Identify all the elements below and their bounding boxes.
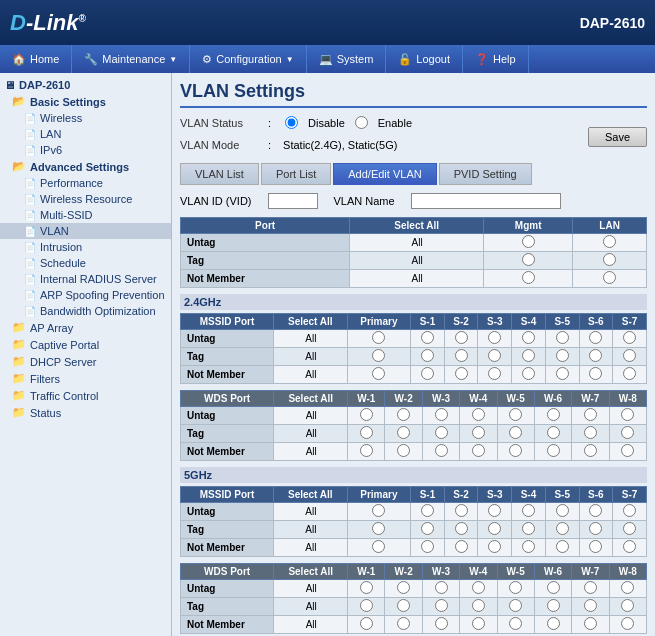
mssid24-radio-1-7[interactable] (613, 348, 647, 366)
sidebar-performance[interactable]: 📄 Performance (0, 175, 171, 191)
nav-maintenance[interactable]: 🔧 Maintenance ▼ (72, 45, 190, 73)
mssid24-radio-1-0[interactable] (347, 348, 410, 366)
vlan-status-disable-radio[interactable] (285, 116, 298, 129)
mssid24-radio-2-0[interactable] (347, 366, 410, 384)
sidebar-ap-array[interactable]: 📁 AP Array (0, 319, 171, 336)
mssid24-radio-0-6[interactable] (579, 330, 613, 348)
sidebar-status[interactable]: 📁 Status (0, 404, 171, 421)
tab-add-edit-vlan[interactable]: Add/Edit VLAN (333, 163, 436, 185)
wds5-radio-2-1[interactable] (385, 616, 422, 634)
wds24-radio-2-3[interactable] (460, 443, 497, 461)
wds24-radio-0-6[interactable] (572, 407, 609, 425)
mssid24-radio-1-3[interactable] (478, 348, 512, 366)
mssid5-radio-0-1[interactable] (411, 503, 445, 521)
wds24-radio-1-7[interactable] (609, 425, 646, 443)
sidebar-intrusion[interactable]: 📄 Intrusion (0, 239, 171, 255)
nav-home[interactable]: 🏠 Home (0, 45, 72, 73)
port-notmember-mgmt[interactable] (484, 270, 573, 288)
wds5-radio-0-0[interactable] (348, 580, 385, 598)
mssid24-radio-2-7[interactable] (613, 366, 647, 384)
wds5-radio-0-5[interactable] (534, 580, 571, 598)
wds5-radio-2-7[interactable] (609, 616, 646, 634)
mssid5-radio-0-0[interactable] (347, 503, 410, 521)
port-untag-lan[interactable] (573, 234, 647, 252)
wds5-radio-0-6[interactable] (572, 580, 609, 598)
sidebar-lan[interactable]: 📄 LAN (0, 126, 171, 142)
sidebar-arp[interactable]: 📄 ARP Spoofing Prevention (0, 287, 171, 303)
wds24-radio-2-6[interactable] (572, 443, 609, 461)
mssid24-radio-2-1[interactable] (411, 366, 445, 384)
mssid24-radio-1-5[interactable] (545, 348, 579, 366)
sidebar-filters[interactable]: 📁 Filters (0, 370, 171, 387)
sidebar-vlan[interactable]: 📄 VLAN (0, 223, 171, 239)
wds24-radio-0-5[interactable] (534, 407, 571, 425)
port-notmember-lan[interactable] (573, 270, 647, 288)
wds5-radio-1-2[interactable] (422, 598, 459, 616)
wds24-radio-1-2[interactable] (422, 425, 459, 443)
mssid5-radio-1-1[interactable] (411, 521, 445, 539)
wds5-radio-0-3[interactable] (460, 580, 497, 598)
mssid5-radio-1-4[interactable] (512, 521, 546, 539)
mssid5-radio-1-0[interactable] (347, 521, 410, 539)
tab-vlan-list[interactable]: VLAN List (180, 163, 259, 185)
mssid5-radio-1-7[interactable] (613, 521, 647, 539)
mssid5-radio-1-5[interactable] (545, 521, 579, 539)
wds5-radio-1-1[interactable] (385, 598, 422, 616)
mssid5-radio-0-5[interactable] (545, 503, 579, 521)
wds5-radio-1-0[interactable] (348, 598, 385, 616)
wds5-radio-0-4[interactable] (497, 580, 534, 598)
mssid24-radio-1-1[interactable] (411, 348, 445, 366)
mssid5-radio-0-6[interactable] (579, 503, 613, 521)
wds24-radio-0-4[interactable] (497, 407, 534, 425)
mssid24-radio-1-2[interactable] (444, 348, 478, 366)
mssid5-radio-0-4[interactable] (512, 503, 546, 521)
wds24-radio-2-4[interactable] (497, 443, 534, 461)
wds5-radio-2-5[interactable] (534, 616, 571, 634)
port-tag-lan[interactable] (573, 252, 647, 270)
mssid24-radio-1-4[interactable] (512, 348, 546, 366)
sidebar-captive[interactable]: 📁 Captive Portal (0, 336, 171, 353)
mssid5-radio-2-1[interactable] (411, 539, 445, 557)
mssid24-radio-2-3[interactable] (478, 366, 512, 384)
wds5-radio-2-0[interactable] (348, 616, 385, 634)
mssid5-radio-0-7[interactable] (613, 503, 647, 521)
wds24-radio-0-1[interactable] (385, 407, 422, 425)
mssid5-radio-1-3[interactable] (478, 521, 512, 539)
mssid24-radio-2-5[interactable] (545, 366, 579, 384)
wds24-radio-1-0[interactable] (348, 425, 385, 443)
mssid24-radio-2-6[interactable] (579, 366, 613, 384)
sidebar-device[interactable]: 🖥 DAP-2610 (0, 77, 171, 93)
mssid24-radio-2-2[interactable] (444, 366, 478, 384)
save-button-top[interactable]: Save (588, 127, 647, 147)
nav-help[interactable]: ❓ Help (463, 45, 529, 73)
mssid5-radio-2-2[interactable] (444, 539, 478, 557)
wds24-radio-1-4[interactable] (497, 425, 534, 443)
sidebar-wireless-resource[interactable]: 📄 Wireless Resource (0, 191, 171, 207)
wds5-radio-1-5[interactable] (534, 598, 571, 616)
mssid24-radio-0-7[interactable] (613, 330, 647, 348)
mssid5-radio-1-6[interactable] (579, 521, 613, 539)
wds24-radio-1-6[interactable] (572, 425, 609, 443)
port-tag-mgmt[interactable] (484, 252, 573, 270)
wds5-radio-0-2[interactable] (422, 580, 459, 598)
wds5-radio-0-1[interactable] (385, 580, 422, 598)
sidebar-ipv6[interactable]: 📄 IPv6 (0, 142, 171, 158)
wds24-radio-2-2[interactable] (422, 443, 459, 461)
sidebar-multi-ssid[interactable]: 📄 Multi-SSID (0, 207, 171, 223)
sidebar-advanced-settings[interactable]: 📂 Advanced Settings (0, 158, 171, 175)
wds5-radio-2-3[interactable] (460, 616, 497, 634)
tab-port-list[interactable]: Port List (261, 163, 331, 185)
mssid24-radio-0-1[interactable] (411, 330, 445, 348)
sidebar-bw[interactable]: 📄 Bandwidth Optimization (0, 303, 171, 319)
mssid24-radio-2-4[interactable] (512, 366, 546, 384)
mssid24-radio-0-4[interactable] (512, 330, 546, 348)
tab-pvid-setting[interactable]: PVID Setting (439, 163, 532, 185)
wds5-radio-1-6[interactable] (572, 598, 609, 616)
wds5-radio-2-6[interactable] (572, 616, 609, 634)
wds24-radio-0-0[interactable] (348, 407, 385, 425)
mssid5-radio-0-3[interactable] (478, 503, 512, 521)
sidebar-wireless[interactable]: 📄 Wireless (0, 110, 171, 126)
mssid5-radio-2-7[interactable] (613, 539, 647, 557)
wds24-radio-0-2[interactable] (422, 407, 459, 425)
sidebar-dhcp[interactable]: 📁 DHCP Server (0, 353, 171, 370)
